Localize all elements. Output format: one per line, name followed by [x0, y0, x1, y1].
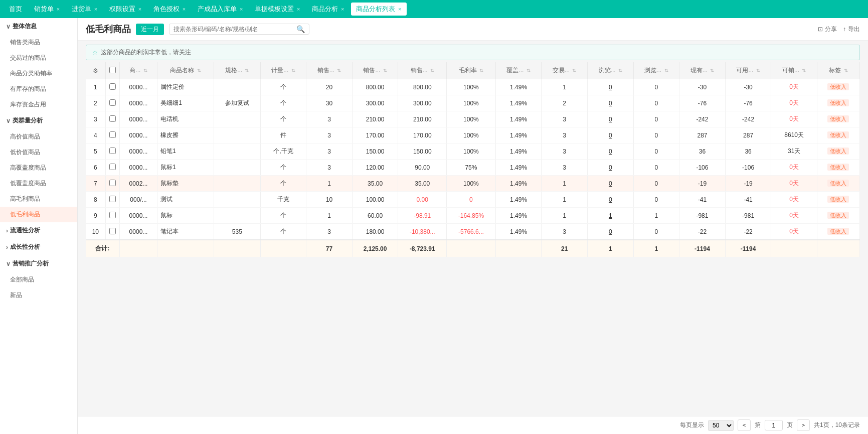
- share-label: 分享: [825, 25, 837, 34]
- row-checkbox[interactable]: [109, 212, 116, 218]
- cell-checkbox[interactable]: [105, 160, 119, 176]
- sidebar-item-low-value[interactable]: 低价值商品: [0, 144, 77, 160]
- nav-goods-analysis-list[interactable]: 商品分析列表 ×: [351, 3, 406, 16]
- sidebar-group-liquidity[interactable]: › 流通性分析: [0, 222, 77, 239]
- col-settings[interactable]: ⚙: [86, 62, 105, 79]
- col-code[interactable]: 商... ⇅: [119, 62, 157, 79]
- row-checkbox[interactable]: [109, 164, 116, 170]
- page-number-input[interactable]: [765, 420, 783, 430]
- nav-close-role[interactable]: ×: [183, 6, 186, 12]
- cell-checkbox[interactable]: [105, 224, 119, 240]
- cell-view1[interactable]: 0: [587, 79, 633, 95]
- sidebar-item-capital[interactable]: 库存资金占用: [0, 97, 77, 112]
- cell-view1[interactable]: 0: [587, 192, 633, 208]
- cell-view1[interactable]: 0: [587, 160, 633, 176]
- cell-checkbox[interactable]: [105, 176, 119, 192]
- row-checkbox[interactable]: [109, 99, 116, 106]
- cell-view1[interactable]: 0: [587, 224, 633, 240]
- col-sales-qty[interactable]: 销售... ⇅: [306, 62, 353, 79]
- cell-checkbox[interactable]: [105, 111, 119, 127]
- col-trade[interactable]: 交易... ⇅: [542, 62, 588, 79]
- row-checkbox[interactable]: [109, 83, 116, 90]
- sidebar-item-low-coverage[interactable]: 低覆盖度商品: [0, 176, 77, 191]
- cell-view1[interactable]: 1: [587, 208, 633, 224]
- cell-view1[interactable]: 0: [587, 127, 633, 143]
- cell-trade: 1: [542, 192, 588, 208]
- col-current[interactable]: 现有... ⇅: [679, 62, 726, 79]
- nav-close-goods-analysis[interactable]: ×: [341, 6, 344, 12]
- nav-purchase[interactable]: 进货单 ×: [67, 3, 102, 16]
- share-button[interactable]: ⊡ 分享: [818, 25, 837, 34]
- cell-checkbox[interactable]: [105, 95, 119, 111]
- cell-name: 吴细细1: [157, 95, 214, 111]
- cell-checkbox[interactable]: [105, 143, 119, 160]
- col-checkbox[interactable]: [105, 62, 119, 79]
- nav-home[interactable]: 首页: [4, 3, 27, 16]
- row-checkbox[interactable]: [109, 115, 116, 122]
- cell-view1[interactable]: 0: [587, 95, 633, 111]
- col-gross-margin[interactable]: 毛利率 ⇅: [447, 62, 496, 79]
- col-name[interactable]: 商品名称 ⇅: [157, 62, 214, 79]
- sidebar-group-marketing[interactable]: ∨ 营销推广分析: [0, 255, 77, 272]
- sidebar-group-cluster[interactable]: ∨ 类群量分析: [0, 112, 77, 129]
- nav-close-product-stock[interactable]: ×: [240, 6, 243, 12]
- sidebar-item-sales-goods[interactable]: 销售类商品: [0, 35, 77, 50]
- nav-close-purchase[interactable]: ×: [94, 6, 97, 12]
- cell-trade: 2: [542, 95, 588, 111]
- nav-close-goods-analysis-list[interactable]: ×: [398, 6, 401, 12]
- table-container[interactable]: ⚙ 商... ⇅ 商品名称 ⇅ 规格... ⇅ 计量... ⇅ 销售... ⇅ …: [78, 62, 868, 416]
- col-sellable[interactable]: 可销... ⇅: [771, 62, 817, 79]
- nav-close-sales[interactable]: ×: [57, 6, 60, 12]
- sidebar-item-high-coverage[interactable]: 高覆盖度商品: [0, 160, 77, 176]
- nav-goods-analysis[interactable]: 商品分析 ×: [307, 3, 349, 16]
- nav-product-stock[interactable]: 产成品入库单 ×: [193, 3, 248, 16]
- col-view2[interactable]: 浏览... ⇅: [633, 62, 679, 79]
- row-checkbox[interactable]: [109, 196, 116, 202]
- cell-checkbox[interactable]: [105, 127, 119, 143]
- nav-close-permission[interactable]: ×: [138, 6, 141, 12]
- sidebar-item-category-rate[interactable]: 商品分类助销率: [0, 66, 77, 81]
- col-sales-price[interactable]: 销售... ⇅: [352, 62, 398, 79]
- sidebar-item-high-margin[interactable]: 高毛利商品: [0, 191, 77, 207]
- col-sales-profit[interactable]: 销售... ⇅: [398, 62, 447, 79]
- nav-role[interactable]: 角色授权 ×: [148, 3, 191, 16]
- row-checkbox[interactable]: [109, 228, 116, 234]
- next-page-button[interactable]: ＞: [797, 419, 810, 431]
- nav-close-template[interactable]: ×: [297, 6, 300, 12]
- row-checkbox[interactable]: [109, 148, 116, 154]
- cell-coverage: 1.49%: [495, 127, 542, 143]
- nav-template[interactable]: 单据模板设置 ×: [250, 3, 305, 16]
- filter-button[interactable]: 近一月: [136, 24, 164, 35]
- sidebar-item-new-goods[interactable]: 新品: [0, 287, 77, 303]
- col-coverage[interactable]: 覆盖... ⇅: [495, 62, 542, 79]
- cell-trade: 3: [542, 160, 588, 176]
- col-unit[interactable]: 计量... ⇅: [260, 62, 306, 79]
- select-all-checkbox[interactable]: [109, 67, 116, 73]
- nav-permission[interactable]: 权限设置 ×: [104, 3, 146, 16]
- per-page-select[interactable]: 50 100 200: [708, 420, 734, 431]
- col-spec[interactable]: 规格... ⇅: [214, 62, 261, 79]
- row-checkbox[interactable]: [109, 131, 116, 138]
- prev-page-button[interactable]: ＜: [738, 419, 751, 431]
- cell-checkbox[interactable]: [105, 208, 119, 224]
- sidebar-item-high-value[interactable]: 高价值商品: [0, 129, 77, 144]
- cell-checkbox[interactable]: [105, 192, 119, 208]
- cell-view1[interactable]: 0: [587, 111, 633, 127]
- cell-view1[interactable]: 0: [587, 143, 633, 160]
- col-tag[interactable]: 标签 ⇅: [817, 62, 859, 79]
- sidebar-item-all-goods[interactable]: 全部商品: [0, 272, 77, 287]
- cell-sales-price: 800.00: [352, 79, 398, 95]
- export-button[interactable]: ↑ 导出: [843, 25, 860, 34]
- sidebar-group-overall[interactable]: ∨ 整体信息: [0, 18, 77, 35]
- sidebar-item-traded-goods[interactable]: 交易过的商品: [0, 50, 77, 66]
- row-checkbox[interactable]: [109, 180, 116, 186]
- cell-view1[interactable]: 0: [587, 176, 633, 192]
- sidebar-item-low-margin[interactable]: 低毛利商品: [0, 207, 77, 222]
- sidebar-item-in-stock[interactable]: 有库存的商品: [0, 81, 77, 97]
- search-input[interactable]: [173, 26, 296, 33]
- cell-checkbox[interactable]: [105, 79, 119, 95]
- col-view1[interactable]: 浏览... ⇅: [587, 62, 633, 79]
- col-available[interactable]: 可用... ⇅: [725, 62, 771, 79]
- nav-sales[interactable]: 销货单 ×: [29, 3, 65, 16]
- sidebar-group-growth[interactable]: › 成长性分析: [0, 239, 77, 255]
